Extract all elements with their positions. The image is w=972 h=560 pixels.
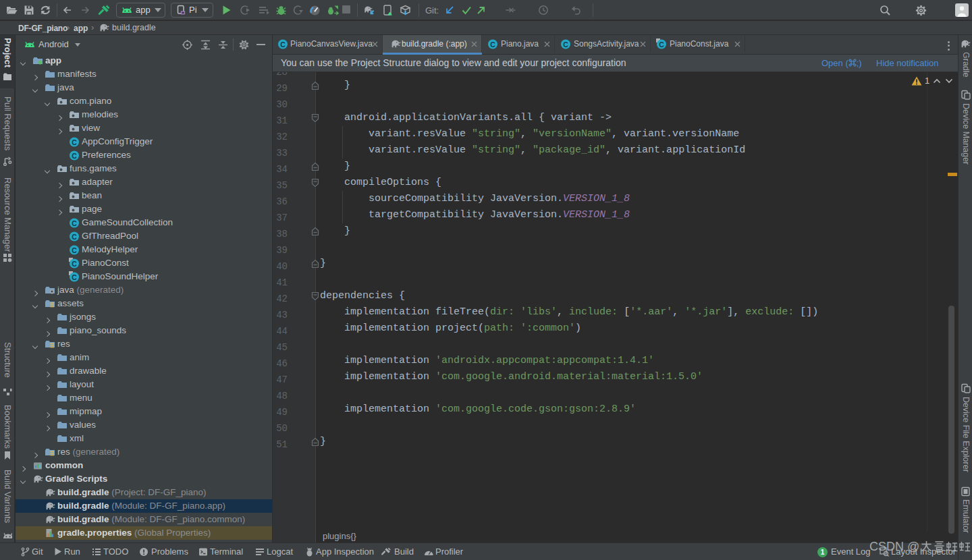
svg-text:C: C (72, 219, 77, 227)
svg-text:C: C (490, 40, 495, 49)
svg-text:1: 1 (821, 549, 825, 556)
svg-text:C: C (659, 40, 664, 49)
svg-text:C: C (280, 40, 286, 49)
svg-text:C: C (72, 152, 77, 160)
svg-text:C: C (72, 246, 77, 254)
svg-text:C: C (72, 260, 77, 268)
svg-text:C: C (72, 233, 77, 241)
svg-text:C: C (72, 138, 77, 146)
svg-text:C: C (72, 273, 77, 281)
svg-text:C: C (563, 40, 568, 49)
